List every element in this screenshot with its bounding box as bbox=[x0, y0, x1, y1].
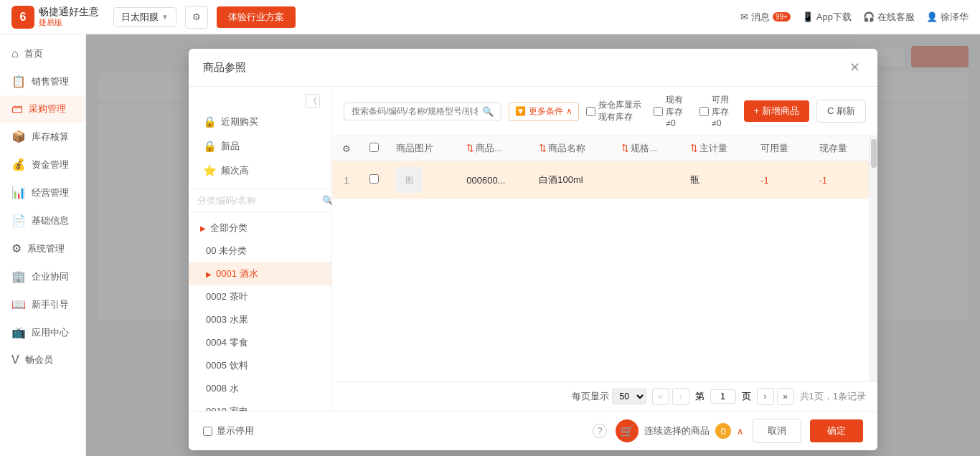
main-layout: ⌂ 首页 📋 销售管理 🗃 采购管理 📦 库存核算 💰 资金管理 📊 经营管理 … bbox=[0, 34, 980, 456]
sidebar-item-sales[interactable]: 📋 销售管理 bbox=[0, 67, 85, 95]
prev-page-button[interactable]: ‹ bbox=[672, 388, 689, 405]
recent-purchase-item[interactable]: 🔒 近期购买 bbox=[197, 111, 323, 133]
left-panel: 《 🔒 近期购买 🔒 新品 ⭐ bbox=[189, 87, 332, 411]
category-search-input[interactable] bbox=[197, 195, 318, 206]
first-page-button[interactable]: « bbox=[652, 388, 669, 405]
sidebar-item-purchase[interactable]: 🗃 采购管理 bbox=[0, 95, 85, 123]
category-search: 🔍 bbox=[189, 189, 331, 212]
filter-stock-check[interactable]: 按仓库显示现有库存 bbox=[586, 99, 645, 123]
product-search-wrap: 🔍 bbox=[344, 103, 501, 120]
th-checkbox[interactable] bbox=[361, 136, 387, 161]
sidebar-item-finance[interactable]: 💰 资金管理 bbox=[0, 151, 85, 179]
sidebar-item-apps[interactable]: 📺 应用中心 bbox=[0, 318, 85, 346]
expand-cart-icon[interactable]: ∧ bbox=[737, 426, 744, 437]
nav-selector[interactable]: 日太阳膜 ▼ bbox=[113, 7, 176, 27]
last-page-button[interactable]: » bbox=[777, 388, 794, 405]
row-checkbox[interactable] bbox=[369, 174, 379, 184]
product-search-input[interactable] bbox=[352, 106, 478, 116]
sidebar-item-member[interactable]: V 畅会员 bbox=[0, 346, 85, 374]
sort-icon-name: ⇅ bbox=[539, 143, 547, 153]
per-page: 每页显示 50 bbox=[572, 389, 646, 404]
sidebar-item-stock[interactable]: 📦 库存核算 bbox=[0, 123, 85, 151]
app-download-button[interactable]: 📱 App下载 bbox=[802, 11, 852, 24]
td-stock: -1 bbox=[811, 161, 869, 199]
td-name: 白酒100ml bbox=[530, 161, 613, 199]
td-checkbox[interactable] bbox=[361, 161, 387, 199]
product-table: ⚙ 商品图片 ⇅商品... ⇅商品名称 ⇅规格... ⇅主计量 可用量 bbox=[332, 136, 869, 199]
available-checkbox[interactable] bbox=[654, 107, 663, 116]
logo-title: 畅捷通好生意 bbox=[39, 6, 99, 18]
filter-available-check[interactable]: 现有库存≠0 bbox=[654, 94, 691, 128]
refresh-button[interactable]: C 刷新 bbox=[816, 100, 866, 123]
sidebar-item-guide[interactable]: 📖 新手引导 bbox=[0, 290, 85, 318]
purchase-icon: 🗃 bbox=[11, 103, 23, 115]
table-area: ⚙ 商品图片 ⇅商品... ⇅商品名称 ⇅规格... ⇅主计量 可用量 bbox=[332, 136, 877, 381]
more-filter-button[interactable]: 🔽 更多条件 ∧ bbox=[509, 102, 579, 121]
table-scrollbar[interactable] bbox=[869, 136, 877, 381]
online-service-button[interactable]: 🎧 在线客服 bbox=[863, 11, 915, 24]
cart-icon[interactable]: 🛒 bbox=[616, 419, 639, 442]
table-header: ⚙ 商品图片 ⇅商品... ⇅商品名称 ⇅规格... ⇅主计量 可用量 bbox=[332, 136, 869, 161]
logo-area: 6 畅捷通好生意 捷易版 bbox=[11, 6, 99, 29]
show-disabled-checkbox[interactable]: 显示停用 bbox=[203, 424, 254, 437]
help-button[interactable]: ? bbox=[593, 424, 607, 438]
sidebar-item-operation[interactable]: 📊 经营管理 bbox=[0, 179, 85, 206]
content-area: 商品参照 ✕ 《 🔒 近期购买 bbox=[86, 34, 980, 456]
sidebar-item-system[interactable]: ⚙ 系统管理 bbox=[0, 234, 85, 262]
stock-checkbox[interactable] bbox=[586, 107, 595, 116]
settings-button[interactable]: ⚙ bbox=[185, 6, 208, 29]
page-input[interactable] bbox=[710, 389, 736, 404]
sidebar-item-basic-info[interactable]: 📄 基础信息 bbox=[0, 206, 85, 234]
chevron-down-icon: ▼ bbox=[161, 13, 169, 21]
new-product-item[interactable]: 🔒 新品 bbox=[197, 136, 323, 157]
expand-icon: ▶ bbox=[200, 224, 206, 232]
category-water[interactable]: 0008 水 bbox=[189, 377, 331, 400]
category-all[interactable]: ▶ 全部分类 bbox=[189, 217, 331, 239]
user-menu[interactable]: 👤 徐泽华 bbox=[926, 11, 969, 24]
sidebar-item-enterprise[interactable]: 🏢 企业协同 bbox=[0, 262, 85, 290]
modal-title: 商品参照 bbox=[203, 61, 246, 75]
th-stock[interactable]: 现存量 bbox=[811, 136, 869, 161]
td-code: 000600... bbox=[458, 161, 530, 199]
notification-button[interactable]: ✉ 消息 99+ bbox=[740, 11, 791, 24]
filter-usable-check[interactable]: 可用库存≠0 bbox=[699, 94, 737, 128]
high-frequency-item[interactable]: ⭐ 频次高 bbox=[197, 160, 323, 181]
cancel-button[interactable]: 取消 bbox=[753, 419, 801, 443]
page-of-label: 页 bbox=[742, 390, 751, 403]
sidebar-item-home[interactable]: ⌂ 首页 bbox=[0, 40, 85, 67]
category-unclassified[interactable]: 00 未分类 bbox=[189, 239, 331, 262]
active-expand-icon: ▶ bbox=[206, 270, 212, 278]
category-liquor[interactable]: ▶ 0001 酒水 bbox=[189, 262, 331, 285]
th-settings[interactable]: ⚙ bbox=[332, 136, 361, 161]
usable-checkbox[interactable] bbox=[699, 107, 709, 116]
per-page-select[interactable]: 50 bbox=[612, 389, 646, 404]
trial-button[interactable]: 体验行业方案 bbox=[217, 6, 296, 28]
page-total: 共1页，1条记录 bbox=[800, 390, 866, 403]
confirm-button[interactable]: 确定 bbox=[810, 419, 863, 442]
left-panel-top: 《 🔒 近期购买 🔒 新品 ⭐ bbox=[189, 87, 331, 189]
category-tea[interactable]: 0002 茶叶 bbox=[189, 285, 331, 308]
category-fruit[interactable]: 0003 水果 bbox=[189, 308, 331, 331]
category-appliance[interactable]: 0010 家电 bbox=[189, 400, 331, 411]
modal-body: 《 🔒 近期购买 🔒 新品 ⭐ bbox=[189, 87, 877, 411]
category-search-icon[interactable]: 🔍 bbox=[322, 195, 332, 206]
table-row[interactable]: 1 图 000600... bbox=[332, 161, 869, 199]
collapse-button[interactable]: 《 bbox=[306, 94, 320, 108]
disabled-checkbox[interactable] bbox=[203, 427, 212, 436]
th-name[interactable]: ⇅商品名称 bbox=[530, 136, 613, 161]
modal-close-button[interactable]: ✕ bbox=[846, 59, 863, 76]
td-spec bbox=[613, 161, 681, 199]
filter-bar: 🔍 🔽 更多条件 ∧ 按仓库显示现有库存 bbox=[332, 87, 877, 136]
category-beverage[interactable]: 0005 饮料 bbox=[189, 354, 331, 377]
sort-icon-spec: ⇅ bbox=[621, 143, 629, 153]
select-all-checkbox[interactable] bbox=[369, 143, 379, 152]
th-spec[interactable]: ⇅规格... bbox=[613, 136, 681, 161]
scroll-thumb[interactable] bbox=[871, 139, 877, 168]
th-available[interactable]: 可用量 bbox=[752, 136, 810, 161]
search-icon[interactable]: 🔍 bbox=[482, 106, 494, 117]
next-page-button[interactable]: › bbox=[757, 388, 774, 405]
category-snack[interactable]: 0004 零食 bbox=[189, 331, 331, 354]
th-code[interactable]: ⇅商品... bbox=[458, 136, 530, 161]
add-product-button[interactable]: + 新增商品 bbox=[744, 100, 809, 122]
th-unit[interactable]: ⇅主计量 bbox=[682, 136, 752, 161]
